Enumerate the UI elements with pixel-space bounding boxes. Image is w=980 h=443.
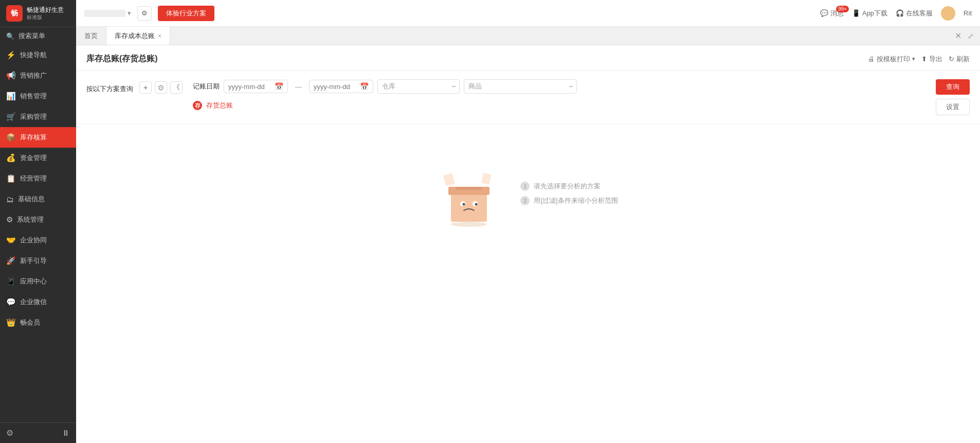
topbar-right: 💬 消息 99+ 📱 App下载 🎧 在线客服 Rit xyxy=(820,6,972,21)
sidebar-item-apps[interactable]: 📱 应用中心 xyxy=(0,271,76,292)
filter-collapse-button[interactable]: 《 xyxy=(170,81,183,94)
print-button[interactable]: 🖨 按模板打印 ▾ xyxy=(868,55,915,64)
settings-button[interactable]: 设置 xyxy=(936,99,970,115)
sound-icon[interactable]: ⏸ xyxy=(62,429,70,438)
scheme-icon: 存 xyxy=(193,101,202,110)
refresh-button[interactable]: ↻ 刷新 xyxy=(949,55,970,64)
filter-row: 记账日期 📅 — 📅 xyxy=(193,79,930,94)
online-service-button[interactable]: 🎧 在线客服 xyxy=(896,9,933,18)
svg-point-5 xyxy=(463,203,465,206)
sidebar-item-label: 企业协同 xyxy=(20,236,47,245)
filter-icons: + ⊙ 《 xyxy=(139,81,183,94)
guide-icon: 🚀 xyxy=(6,256,16,265)
filter-add-button[interactable]: + xyxy=(139,81,152,94)
date-end-field[interactable] xyxy=(314,83,360,91)
date-end-input[interactable]: 📅 xyxy=(309,80,373,93)
headset-icon: 🎧 xyxy=(896,9,904,17)
corp-icon: 🤝 xyxy=(6,236,16,245)
date-start-field[interactable] xyxy=(228,83,275,91)
message-badge: 99+ xyxy=(836,6,849,12)
query-button[interactable]: 查询 xyxy=(936,79,970,95)
sidebar-item-marketing[interactable]: 📢 营销推广 xyxy=(0,65,76,86)
sidebar-item-label: 基础信息 xyxy=(18,194,45,204)
sidebar-item-corp[interactable]: 🤝 企业协同 xyxy=(0,230,76,251)
sidebar-item-inventory[interactable]: 📦 库存核算 xyxy=(0,127,76,148)
tabbar-close-button[interactable]: ✕ xyxy=(951,31,966,41)
product-select[interactable]: 商品 ··· xyxy=(464,79,577,94)
quick-nav-icon: ⚡ xyxy=(6,50,16,60)
basic-icon: 🗂 xyxy=(6,195,14,204)
sidebar-item-sales[interactable]: 📊 销售管理 xyxy=(0,86,76,107)
scheme-item-label: 存货总账 xyxy=(206,101,233,110)
date-label: 记账日期 xyxy=(193,82,220,91)
sidebar-item-purchase[interactable]: 🛒 采购管理 xyxy=(0,107,76,127)
warehouse-select[interactable]: 仓库 ··· xyxy=(377,79,460,94)
tab-home[interactable]: 首页 xyxy=(76,27,106,45)
sidebar-nav: ⚡ 快捷导航 📢 营销推广 📊 销售管理 🛒 采购管理 📦 库存核算 💰 资金管… xyxy=(0,45,76,422)
gear-icon: ⚙ xyxy=(141,9,148,17)
sidebar-item-label: 快捷导航 xyxy=(20,50,47,60)
svg-point-6 xyxy=(475,203,478,206)
hint-item-1: 1 请先选择要分析的方案 xyxy=(520,182,618,191)
username-label[interactable]: Rit xyxy=(964,9,972,17)
sidebar-item-capital[interactable]: 💰 资金管理 xyxy=(0,148,76,168)
purchase-icon: 🛒 xyxy=(6,112,16,121)
phone-icon: 📱 xyxy=(852,9,860,17)
app-download-button[interactable]: 📱 App下载 xyxy=(852,9,887,18)
sidebar-item-business[interactable]: 📋 经营管理 xyxy=(0,168,76,189)
export-button[interactable]: ⬆ 导出 xyxy=(921,55,942,64)
inventory-icon: 📦 xyxy=(6,133,16,142)
avatar[interactable] xyxy=(941,6,955,21)
sidebar-item-label: 企业微信 xyxy=(20,297,47,307)
sidebar-item-guide[interactable]: 🚀 新手引导 xyxy=(0,251,76,271)
print-dropdown-icon[interactable]: ▾ xyxy=(912,56,915,62)
logo-icon: 畅 xyxy=(6,5,23,22)
calendar-start-icon[interactable]: 📅 xyxy=(275,82,283,91)
breadcrumb-arrow: ▾ xyxy=(128,9,131,17)
logo-title: 畅捷通好生意 xyxy=(27,6,64,14)
sidebar-item-system[interactable]: ⚙ 系统管理 xyxy=(0,209,76,230)
topbar-settings-btn[interactable]: ⚙ xyxy=(137,6,152,21)
search-icon: 🔍 xyxy=(6,32,14,40)
print-icon: 🖨 xyxy=(868,55,875,63)
sidebar-item-label: 畅会员 xyxy=(20,318,40,327)
empty-svg xyxy=(438,165,500,227)
tabbar-expand-button[interactable]: ⤢ xyxy=(966,32,976,40)
product-label: 商品 xyxy=(468,82,482,91)
tab-close-icon[interactable]: × xyxy=(158,32,161,40)
calendar-end-icon[interactable]: 📅 xyxy=(360,82,369,91)
hint-num-1: 1 xyxy=(520,182,530,191)
settings-icon[interactable]: ⚙ xyxy=(6,428,13,438)
sidebar-item-label: 新手引导 xyxy=(20,256,47,265)
sidebar-item-label: 库存核算 xyxy=(20,133,47,142)
empty-state: 1 请先选择要分析的方案 2 用[过滤]条件来缩小分析范围 xyxy=(76,124,980,268)
warehouse-more-icon[interactable]: ··· xyxy=(451,82,455,91)
svg-rect-9 xyxy=(481,173,492,185)
wechat-icon: 💬 xyxy=(6,297,16,307)
svg-rect-0 xyxy=(451,193,487,222)
sidebar-item-quick-nav[interactable]: ⚡ 快捷导航 xyxy=(0,45,76,65)
home-tab-label: 首页 xyxy=(84,31,98,41)
product-more-icon[interactable]: ··· xyxy=(569,82,572,91)
export-icon: ⬆ xyxy=(921,55,927,63)
industry-solution-button[interactable]: 体验行业方案 xyxy=(158,6,214,21)
date-start-input[interactable]: 📅 xyxy=(224,80,288,93)
sidebar-search[interactable]: 🔍 搜索菜单 xyxy=(0,27,76,45)
filter-label: 按以下方案查询 xyxy=(86,81,133,94)
sidebar-item-basic[interactable]: 🗂 基础信息 xyxy=(0,189,76,209)
query-actions: 查询 设置 xyxy=(930,79,970,115)
breadcrumb-text xyxy=(84,10,125,17)
page-actions: 🖨 按模板打印 ▾ ⬆ 导出 ↻ 刷新 xyxy=(868,55,970,64)
topbar-left: ▾ ⚙ 体验行业方案 xyxy=(84,6,820,21)
svg-rect-2 xyxy=(456,187,482,190)
message-button[interactable]: 💬 消息 99+ xyxy=(820,9,844,18)
message-icon: 💬 xyxy=(820,9,828,17)
sidebar-item-wechat[interactable]: 💬 企业微信 xyxy=(0,292,76,312)
sidebar-item-member[interactable]: 👑 畅会员 xyxy=(0,312,76,333)
tab-inventory-ledger[interactable]: 库存成本总账 × xyxy=(106,27,170,45)
marketing-icon: 📢 xyxy=(6,71,16,80)
topbar: ▾ ⚙ 体验行业方案 💬 消息 99+ 📱 App下载 🎧 在线客服 Rit xyxy=(76,0,980,27)
scheme-item[interactable]: 存 存货总账 xyxy=(193,98,930,113)
filter-settings-button[interactable]: ⊙ xyxy=(155,81,167,94)
capital-icon: 💰 xyxy=(6,153,16,163)
